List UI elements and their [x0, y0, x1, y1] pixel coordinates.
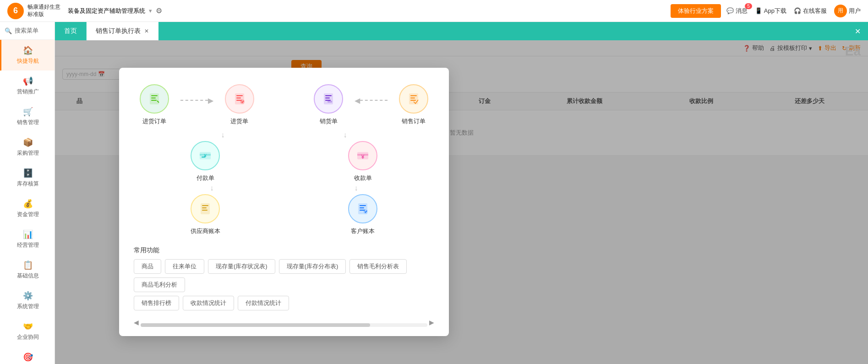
svg-rect-13 [328, 101, 332, 103]
flow-row-1: 进货订单 ▶ [134, 79, 434, 131]
marketing-label: 营销推广 [17, 88, 39, 96]
flow-node-purchase-bill[interactable]: 进货单 [225, 84, 254, 125]
modal-scrollbar-row: ◀ ▶ [134, 318, 434, 327]
message-action[interactable]: 💬 消息 5 [726, 7, 748, 15]
func-btn-units[interactable]: 往来单位 [165, 259, 204, 274]
message-badge: 5 [745, 3, 752, 9]
top-header: 6 畅康通好生意 标准版 装备及固定资产辅助管理系统 ▾ ⚙ 体验行业方案 💬 … [0, 0, 868, 22]
quick-nav-icon: 🏠 [23, 45, 33, 55]
flow-node-receipt[interactable]: ¥ 收款单 [348, 141, 377, 182]
customer-icon [355, 201, 370, 216]
system-label: 系统管理 [17, 303, 39, 310]
func-btn-sales-profit[interactable]: 销售毛利分析表 [349, 259, 407, 274]
app-download-action[interactable]: 📱 App下载 [755, 7, 786, 15]
func-btn-stock-dist[interactable]: 现存量(库存分布表) [279, 259, 346, 274]
payment-icon: ¥ [198, 148, 213, 163]
online-service-action[interactable]: 🎧 在线客服 [794, 7, 827, 15]
payment-circle: ¥ [191, 141, 220, 170]
receipt-circle: ¥ [348, 141, 377, 170]
modal-overlay[interactable]: 进货订单 ▶ [55, 40, 868, 364]
tab-close-all-btn[interactable]: ✕ [855, 27, 861, 36]
main-layout: 🔍 搜索菜单 🏠 快捷导航 📢 营销推广 🛒 销售管理 📦 采购管理 🗄️ [0, 22, 868, 364]
flow-node-sales-order[interactable]: 销售订单 [399, 84, 428, 125]
sales-icon: 🛒 [23, 107, 33, 117]
supplier-icon [198, 201, 213, 216]
svg-rect-12 [325, 100, 331, 101]
scroll-right-icon[interactable]: ▶ [429, 319, 434, 326]
finance-icon: 💰 [23, 199, 33, 209]
svg-point-8 [240, 99, 245, 104]
purchase-order-label: 进货订单 [142, 117, 166, 125]
sidebar: 🔍 搜索菜单 🏠 快捷导航 📢 营销推广 🛒 销售管理 📦 采购管理 🗄️ [0, 22, 55, 364]
func-btn-goods-profit[interactable]: 商品毛利分析 [134, 277, 185, 292]
payment-label: 付款单 [197, 174, 214, 182]
flow-node-customer[interactable]: 客户账本 [348, 194, 377, 235]
tab-home[interactable]: 首页 [55, 22, 87, 40]
flow-node-sales-bill[interactable]: 销货单 [314, 84, 343, 125]
func-btn-sales-rank[interactable]: 销售排行榜 [134, 296, 179, 310]
modal-scrollbar[interactable] [141, 323, 427, 327]
sidebar-item-system[interactable]: ⚙️ 系统管理 [0, 285, 55, 316]
page-content: ❓ 帮助 🖨 按模板打印 ▾ ⬆ 导出 ↻ 刷新 [55, 40, 868, 364]
svg-rect-31 [360, 207, 364, 208]
sidebar-item-purchase[interactable]: 📦 采购管理 [0, 132, 55, 163]
enterprise-icon: 🤝 [23, 321, 33, 331]
func-btn-receipt-stats[interactable]: 收款情况统计 [183, 296, 234, 310]
app-icon: 📱 [755, 7, 762, 14]
experience-btn[interactable]: 体验行业方案 [671, 4, 721, 18]
sidebar-item-finance[interactable]: 💰 资金管理 [0, 193, 55, 224]
func-btn-payment-stats[interactable]: 付款情况统计 [238, 296, 289, 310]
sidebar-search[interactable]: 🔍 搜索菜单 [0, 22, 55, 40]
sales-label: 销售管理 [17, 119, 39, 126]
svg-rect-6 [236, 98, 241, 98]
app-download-label: App下载 [764, 7, 786, 15]
purchase-order-circle [140, 84, 169, 114]
flow-node-payment[interactable]: ¥ 付款单 [191, 141, 220, 182]
sidebar-item-guide[interactable]: 🎯 新手引导 [0, 347, 55, 364]
finance-label: 资金管理 [17, 211, 39, 218]
dropdown-arrow-icon[interactable]: ▾ [149, 7, 152, 14]
common-functions-title: 常用功能 [134, 246, 434, 255]
sidebar-item-inventory[interactable]: 🗄️ 库存核算 [0, 163, 55, 193]
receipt-label: 收款单 [354, 174, 372, 182]
sidebar-item-quick-nav[interactable]: 🏠 快捷导航 [0, 40, 55, 71]
guide-icon: 🎯 [23, 352, 33, 362]
purchase-label: 采购管理 [17, 149, 39, 157]
svg-rect-27 [202, 207, 207, 208]
logo-text: 畅康通好生意 标准版 [27, 4, 60, 18]
svg-rect-0 [150, 93, 159, 104]
func-btn-goods[interactable]: 商品 [134, 259, 161, 274]
settings-icon[interactable]: ⚙ [156, 6, 162, 15]
svg-rect-2 [151, 98, 156, 98]
sidebar-item-enterprise[interactable]: 🤝 企业协同 [0, 316, 55, 347]
marketing-icon: 📢 [23, 76, 33, 86]
tab-bar: 首页 销售订单执行表 ✕ ✕ [55, 22, 868, 40]
flow-node-supplier[interactable]: 供应商账本 [191, 194, 220, 235]
arrow-right-1: ▶ [180, 96, 213, 105]
sidebar-item-operation[interactable]: 📊 经营管理 [0, 224, 55, 255]
arrow-down-receipt: ↓ [347, 184, 366, 192]
supplier-circle [191, 194, 220, 223]
service-icon: 🎧 [794, 7, 801, 14]
func-btn-stock-status[interactable]: 现存量(库存状况表) [208, 259, 275, 274]
svg-rect-14 [409, 93, 418, 104]
logo-area: 6 畅康通好生意 标准版 [7, 3, 62, 19]
flow-node-purchase-order[interactable]: 进货订单 [140, 84, 169, 125]
tab-sales-order[interactable]: 销售订单执行表 ✕ [87, 22, 158, 40]
flow-diagram: 进货订单 ▶ [134, 79, 434, 237]
sales-order-label: 销售订单 [402, 117, 426, 125]
user-action[interactable]: 用 用户 [834, 5, 861, 17]
svg-rect-26 [202, 205, 208, 206]
svg-rect-17 [410, 100, 416, 101]
sidebar-item-marketing[interactable]: 📢 营销推广 [0, 71, 55, 101]
supplier-label: 供应商账本 [191, 227, 220, 235]
sidebar-item-sales[interactable]: 🛒 销售管理 [0, 101, 55, 132]
sales-bill-icon [321, 92, 336, 106]
tab-close-icon[interactable]: ✕ [144, 28, 149, 34]
arrow-down-payment: ↓ [202, 184, 221, 192]
inventory-icon: 🗄️ [23, 168, 33, 178]
sales-order-icon [406, 92, 421, 106]
sales-bill-circle [314, 84, 343, 114]
scroll-left-icon[interactable]: ◀ [134, 319, 139, 326]
sidebar-item-basic-info[interactable]: 📋 基础信息 [0, 255, 55, 285]
